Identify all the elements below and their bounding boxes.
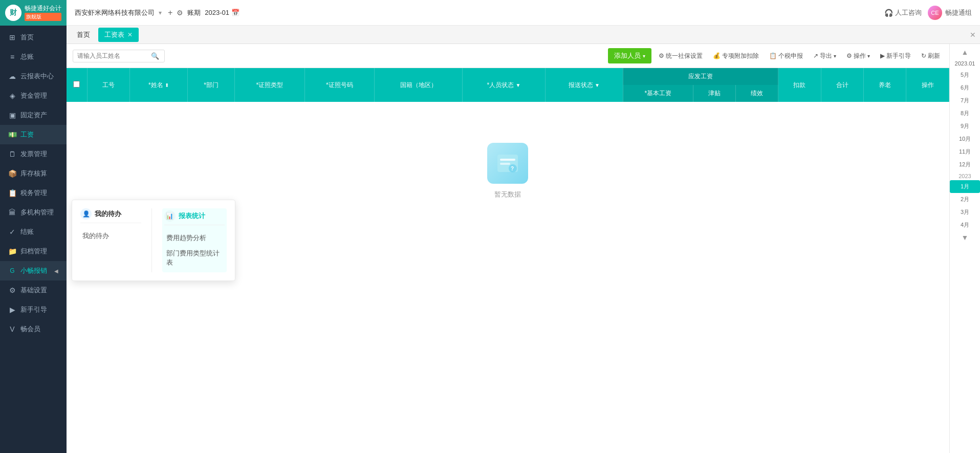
th-performance: 绩效 bbox=[735, 85, 778, 102]
timeline-month-2[interactable]: 2月 bbox=[950, 193, 980, 206]
logo-subtitle: 旗舰版 bbox=[25, 13, 61, 21]
search-input[interactable] bbox=[77, 52, 149, 59]
fund-icon: ◈ bbox=[8, 92, 16, 100]
guide-icon: ▶ bbox=[8, 306, 16, 314]
add-btn-arrow: ▾ bbox=[643, 53, 645, 59]
export-btn[interactable]: ↗ 导出 ▾ bbox=[810, 50, 839, 62]
th-checkbox[interactable] bbox=[67, 68, 87, 102]
service-btn[interactable]: 🎧 人工咨询 bbox=[884, 8, 922, 17]
refresh-btn[interactable]: ↻ 刷新 bbox=[918, 50, 943, 62]
sidebar-item-guide[interactable]: ▶ 新手引导 bbox=[0, 300, 67, 319]
sidebar-item-cloud-report[interactable]: ☁ 云报表中心 bbox=[0, 67, 67, 86]
sidebar-item-home[interactable]: ⊞ 首页 bbox=[0, 28, 67, 47]
timeline-year-header: 2023.01 bbox=[955, 58, 975, 69]
th-operation: 操作 bbox=[906, 68, 949, 102]
popup-menu: 👤 我的待办 我的待办 📊 报表统计 费用趋势分析 部门费用类型统计表 bbox=[72, 200, 235, 281]
logo-text-group: 畅捷通好会计 旗舰版 bbox=[25, 5, 61, 21]
select-all-checkbox[interactable] bbox=[73, 81, 80, 88]
calendar-icon[interactable]: 📅 bbox=[231, 9, 239, 16]
popup-expense-trend[interactable]: 费用趋势分析 bbox=[164, 230, 225, 246]
timeline-month-1[interactable]: 1月 bbox=[950, 180, 980, 193]
refresh-label: 刷新 bbox=[928, 52, 940, 60]
th-person-status: *人员状态 ▼ bbox=[463, 68, 545, 102]
sidebar-item-ledger[interactable]: ≡ 总账 bbox=[0, 47, 67, 67]
deduction-btn[interactable]: 💰 专项附加扣除 bbox=[710, 50, 762, 62]
empty-text: 暂无数据 bbox=[494, 190, 521, 199]
cloud-icon: ☁ bbox=[8, 72, 16, 80]
topbar-add-icon[interactable]: + bbox=[168, 8, 172, 17]
tax-icon: 📋 bbox=[8, 189, 16, 197]
sidebar-item-fixed-asset[interactable]: ▣ 固定资产 bbox=[0, 105, 67, 125]
tab-home[interactable]: 首页 bbox=[71, 28, 96, 42]
logo-title: 畅捷通好会计 bbox=[25, 5, 61, 13]
timeline-month-3[interactable]: 3月 bbox=[950, 206, 980, 219]
timeline-month-9[interactable]: 9月 bbox=[950, 120, 980, 133]
sidebar-item-label: 固定资产 bbox=[20, 111, 47, 120]
th-deduction: 扣款 bbox=[778, 68, 821, 102]
add-person-button[interactable]: 添加人员 ▾ bbox=[608, 48, 651, 63]
sidebar-item-fund[interactable]: ◈ 资金管理 bbox=[0, 86, 67, 105]
timeline-up-arrow[interactable]: ▲ bbox=[960, 46, 971, 58]
popup-report-icon: 📊 bbox=[164, 210, 176, 222]
user-menu[interactable]: CE 畅捷通组 bbox=[928, 6, 972, 20]
company-chevron-icon[interactable]: ▾ bbox=[159, 9, 162, 16]
timeline-month-11[interactable]: 11月 bbox=[950, 145, 980, 158]
th-pension: 养老 bbox=[864, 68, 906, 102]
timeline-month-10[interactable]: 10月 bbox=[950, 133, 980, 145]
settlement-icon: ✓ bbox=[8, 228, 16, 236]
topbar-settings-icon[interactable]: ⚙ bbox=[177, 9, 183, 17]
timeline-month-12[interactable]: 12月 bbox=[950, 158, 980, 171]
member-icon: V bbox=[8, 325, 16, 333]
close-all-icon[interactable]: ✕ bbox=[970, 31, 976, 39]
sidebar-item-settlement[interactable]: ✓ 结账 bbox=[0, 222, 67, 242]
report-icon: G bbox=[8, 267, 16, 274]
timeline-month-6[interactable]: 6月 bbox=[950, 81, 980, 94]
sidebar-item-tax[interactable]: 📋 税务管理 bbox=[0, 183, 67, 203]
popup-dept-expense[interactable]: 部门费用类型统计表 bbox=[164, 246, 225, 270]
timeline-month-7[interactable]: 7月 bbox=[950, 94, 980, 107]
new-guide-btn[interactable]: ▶ 新手引导 bbox=[877, 50, 914, 62]
popup-todo-title: 我的待办 bbox=[95, 209, 121, 219]
svg-text:?: ? bbox=[511, 166, 514, 171]
sidebar-item-inventory[interactable]: 📦 库存核算 bbox=[0, 164, 67, 183]
social-security-btn[interactable]: ⚙ 统一社保设置 bbox=[656, 50, 706, 62]
sidebar-item-salary[interactable]: 💵 工资 bbox=[0, 125, 67, 144]
sidebar: 财 畅捷通好会计 旗舰版 ⊞ 首页 ≡ 总账 ☁ 云报表中心 ◈ 资金管理 ▣ … bbox=[0, 0, 67, 453]
sidebar-item-settings[interactable]: ⚙ 基础设置 bbox=[0, 281, 67, 300]
tax-report-btn[interactable]: 📋 个税申报 bbox=[766, 50, 806, 62]
export-label: 导出 bbox=[820, 52, 832, 60]
th-cert-no: *证照号码 bbox=[304, 68, 375, 102]
sidebar-item-archive[interactable]: 📁 归档管理 bbox=[0, 242, 67, 261]
sidebar-item-multi-org[interactable]: 🏛 多机构管理 bbox=[0, 203, 67, 222]
timeline-down-arrow[interactable]: ▼ bbox=[960, 231, 971, 244]
sidebar-item-report[interactable]: G 小畅报销 ◀ bbox=[0, 261, 67, 281]
asset-icon: ▣ bbox=[8, 111, 16, 119]
sidebar-item-label: 结账 bbox=[20, 227, 34, 236]
tab-salary[interactable]: 工资表 ✕ bbox=[98, 28, 139, 42]
new-guide-icon: ▶ bbox=[880, 52, 885, 59]
timeline-month-8[interactable]: 8月 bbox=[950, 107, 980, 120]
search-icon: 🔍 bbox=[151, 52, 159, 60]
user-avatar: CE bbox=[928, 6, 942, 20]
th-allowance: 津贴 bbox=[693, 85, 735, 102]
sidebar-item-label: 新手引导 bbox=[20, 305, 47, 314]
tab-close-icon[interactable]: ✕ bbox=[127, 31, 133, 38]
tab-close-all[interactable]: ✕ bbox=[970, 31, 976, 39]
th-name: *姓名 ⬍ bbox=[129, 68, 187, 102]
timeline-month-5[interactable]: 5月 bbox=[950, 69, 980, 81]
salary-icon: 💵 bbox=[8, 131, 16, 139]
company-name[interactable]: 西安虾米网络科技有限公司 bbox=[75, 8, 155, 17]
social-security-icon: ⚙ bbox=[659, 52, 664, 59]
timeline-month-4[interactable]: 4月 bbox=[950, 219, 980, 231]
sidebar-item-label: 工资 bbox=[20, 130, 34, 139]
period-label: 账期 2023-01 📅 bbox=[187, 8, 239, 17]
sidebar-item-invoice[interactable]: 🗒 发票管理 bbox=[0, 144, 67, 164]
svg-rect-2 bbox=[500, 163, 510, 165]
sidebar-item-label: 小畅报销 bbox=[20, 266, 47, 275]
tab-home-label: 首页 bbox=[77, 30, 90, 39]
refresh-icon: ↻ bbox=[921, 52, 926, 59]
operation-btn[interactable]: ⚙ 操作 ▾ bbox=[843, 50, 873, 62]
popup-divider bbox=[151, 208, 152, 272]
popup-my-todo[interactable]: 我的待办 bbox=[80, 228, 141, 244]
sidebar-item-member[interactable]: V 畅会员 bbox=[0, 319, 67, 339]
